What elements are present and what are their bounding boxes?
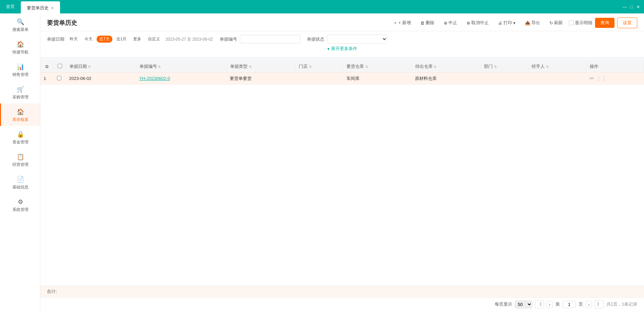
status-filter-group: 单据状态: [307, 35, 387, 44]
per-page-select[interactable]: 50 100: [515, 301, 532, 308]
sidebar-operation-label: 经营管理: [12, 162, 29, 168]
stop-btn-label: 中止: [448, 20, 457, 26]
cancel-stop-button[interactable]: ⊗ 取消中止: [463, 18, 492, 28]
top-tabs: 首页 要货单历史 ✕: [0, 0, 60, 13]
sidebar-item-basicinfo[interactable]: 📄 基础信息: [0, 171, 40, 193]
expand-more-btn[interactable]: ▾ 展开更多条件: [47, 44, 637, 54]
data-table: ⚙ 单据日期 ⇅ 单据编号 ⇅: [40, 61, 644, 85]
sidebar-item-purchase[interactable]: 🛒 采购管理: [0, 81, 40, 103]
stop-icon: ⊗: [444, 20, 447, 26]
sort-dept-icon[interactable]: ⇅: [494, 65, 497, 69]
sidebar-item-finance[interactable]: 🔒 资金管理: [0, 126, 40, 148]
page-unit: 页: [579, 301, 583, 307]
row-select-checkbox[interactable]: [57, 76, 61, 80]
row-actions: ✏ ⋮⋮: [586, 73, 644, 85]
close-window-icon[interactable]: ✕: [636, 4, 640, 9]
date-option-yesterday[interactable]: 昨天: [67, 36, 80, 43]
date-option-7days[interactable]: 近7天: [97, 36, 112, 43]
detail-checkbox[interactable]: [569, 20, 574, 25]
select-all-checkbox[interactable]: [58, 64, 62, 68]
th-doctype-label: 单据类型: [230, 64, 248, 69]
system-icon: ⚙: [18, 198, 23, 206]
th-docno-label: 单据编号: [140, 64, 157, 69]
tab-home-label: 首页: [6, 4, 15, 10]
date-option-custom[interactable]: 自定义: [145, 36, 163, 43]
tab-home[interactable]: 首页: [0, 0, 21, 13]
th-store: 门店 ⇅: [296, 61, 343, 73]
th-date-label: 单据日期: [69, 64, 87, 69]
sidebar-search-label: 搜索菜单: [12, 27, 29, 33]
minimize-icon[interactable]: —: [623, 4, 627, 9]
refresh-button[interactable]: ↻ 刷新: [546, 18, 566, 28]
sort-doctype-icon[interactable]: ⇅: [249, 65, 252, 69]
date-option-today[interactable]: 今天: [82, 36, 95, 43]
basicinfo-icon: 📄: [17, 176, 24, 183]
row-checkbox: [54, 73, 66, 85]
sidebar-item-inventory[interactable]: 🏠 库存核算: [0, 103, 40, 126]
page-header: 要货单历史 ＋ + 新增 🗑 删除 ⊗ 中止 ⊗ 取消中止: [40, 13, 644, 31]
print-button[interactable]: 🖨 打印 ▾: [495, 18, 519, 28]
main-layout: 🔍 搜索菜单 🏠 快捷导航 📊 销售管理 🛒 采购管理 🏠 库存核算 🔒 资金管…: [0, 13, 644, 311]
th-date: 单据日期 ⇅: [66, 61, 136, 73]
filter-row: 单据日期 昨天 今天 近7天 近1月 更多 自定义 2023-05-27 至 2…: [47, 35, 637, 44]
export-button[interactable]: 📤 导出: [522, 18, 543, 28]
prev-page-btn[interactable]: ‹: [547, 301, 553, 308]
docno-filter-group: 单据编号: [220, 35, 300, 43]
page-input[interactable]: [562, 301, 576, 308]
row-docno-link[interactable]: YH-20230602-0: [139, 76, 170, 81]
print-icon: 🖨: [498, 20, 502, 26]
maximize-icon[interactable]: □: [630, 4, 633, 9]
row-warehouse: 车间库: [343, 73, 412, 85]
cancel-stop-icon: ⊗: [467, 20, 470, 26]
sidebar-item-search[interactable]: 🔍 搜索菜单: [0, 13, 40, 36]
refresh-icon: ↻: [549, 20, 553, 26]
display-detail-label: 显示明细: [575, 20, 592, 26]
sidebar-item-operation[interactable]: 📋 经营管理: [0, 148, 40, 171]
sort-pending-icon[interactable]: ⇅: [434, 65, 436, 69]
row-date: 2023-06-02: [66, 73, 136, 85]
stop-button[interactable]: ⊗ 中止: [440, 18, 461, 28]
settings-col-icon[interactable]: ⚙: [45, 64, 49, 69]
row-docno[interactable]: YH-20230602-0: [136, 73, 226, 85]
sidebar-item-quicknav[interactable]: 🏠 快捷导航: [0, 36, 40, 58]
home-icon: 🏠: [17, 41, 24, 48]
display-detail-toggle[interactable]: 显示明细: [569, 20, 592, 26]
edit-action-icon[interactable]: ✏: [590, 75, 594, 82]
cancel-stop-btn-label: 取消中止: [471, 20, 489, 26]
status-label: 单据状态: [307, 36, 324, 42]
sidebar-inventory-label: 库存核算: [12, 117, 29, 123]
tab-order-history[interactable]: 要货单历史 ✕: [21, 1, 60, 15]
table-footer: 合计:: [40, 285, 644, 297]
first-page-btn[interactable]: 《: [535, 300, 544, 308]
date-option-1month[interactable]: 近1月: [114, 36, 129, 43]
sort-handler-icon[interactable]: ⇅: [546, 65, 549, 69]
status-select[interactable]: [327, 35, 387, 44]
sidebar-item-sales[interactable]: 📊 销售管理: [0, 58, 40, 81]
settings-button[interactable]: 设置: [617, 17, 637, 28]
next-page-btn[interactable]: ›: [586, 301, 592, 308]
th-dept: 部门 ⇅: [481, 61, 528, 73]
refresh-btn-label: 刷新: [554, 20, 563, 26]
more-action-icon[interactable]: ⋮⋮: [596, 75, 607, 82]
action-icons-group: ✏ ⋮⋮: [590, 75, 641, 82]
delete-icon: 🗑: [420, 20, 425, 26]
sort-store-icon[interactable]: ⇅: [309, 65, 312, 69]
sort-date-icon[interactable]: ⇅: [88, 65, 91, 69]
query-button[interactable]: 查询: [595, 18, 614, 28]
sidebar-item-system[interactable]: ⚙ 系统管理: [0, 193, 40, 216]
new-button[interactable]: ＋ + 新增: [390, 18, 414, 28]
toolbar: ＋ + 新增 🗑 删除 ⊗ 中止 ⊗ 取消中止 🖨 打印: [390, 17, 637, 28]
per-page-label: 每页显示: [495, 301, 512, 307]
docno-input[interactable]: [240, 35, 300, 43]
date-options: 昨天 今天 近7天 近1月 更多 自定义: [67, 36, 163, 43]
sales-icon: 📊: [17, 63, 24, 71]
close-tab-icon[interactable]: ✕: [51, 6, 54, 10]
date-option-more[interactable]: 更多: [130, 36, 144, 43]
print-dropdown-icon: ▾: [513, 20, 516, 26]
export-icon: 📤: [525, 20, 530, 26]
docno-label: 单据编号: [220, 36, 237, 42]
sort-docno-icon[interactable]: ⇅: [158, 65, 161, 69]
last-page-btn[interactable]: 》: [595, 300, 604, 308]
sort-warehouse-icon[interactable]: ⇅: [365, 65, 368, 69]
delete-button[interactable]: 🗑 删除: [417, 18, 438, 28]
